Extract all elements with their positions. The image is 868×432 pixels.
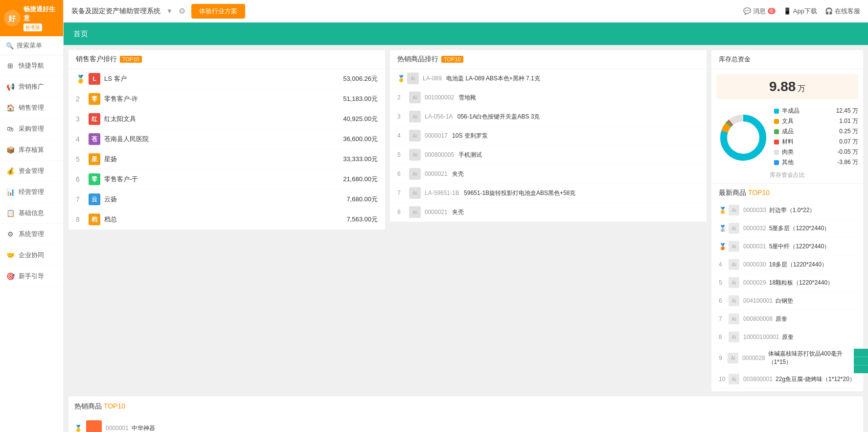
rank-number: 4 bbox=[719, 261, 729, 268]
search-menu[interactable]: 🔍 搜索菜单 bbox=[0, 36, 63, 55]
legend-item: 文具 1.01 万 bbox=[774, 117, 858, 125]
product-rank-badge: TOP10 bbox=[441, 56, 463, 63]
sidebar-item-enterprise[interactable]: 🤝 企业协同 bbox=[0, 245, 63, 266]
sidebar-item-quick-nav[interactable]: ⊞ 快捷导航 bbox=[0, 55, 63, 76]
rank-number: 10 bbox=[719, 376, 729, 383]
trial-button[interactable]: 体验行业方案 bbox=[191, 4, 245, 19]
product-code: 0000021 bbox=[425, 170, 448, 177]
rank-number: 8 bbox=[76, 216, 86, 223]
sidebar-item-marketing[interactable]: 📢 营销推广 bbox=[0, 76, 63, 97]
inventory-total-card: 9.88 万 bbox=[716, 74, 858, 99]
finance-icon: 💰 bbox=[6, 167, 15, 175]
product-code: 000800005 bbox=[425, 151, 454, 158]
product-info: LA-089 电池盖 LA-089 ABS本色+黑种 7.1克 bbox=[423, 74, 699, 83]
newest-item: 7 Ai 000800008 原奎 bbox=[719, 310, 856, 328]
app-download-button[interactable]: 📱 App下载 bbox=[783, 7, 817, 16]
online-support-label: 在线客服 bbox=[835, 7, 860, 16]
gold-medal-icon: 🥇 bbox=[76, 74, 86, 84]
product-image: Ai bbox=[409, 111, 421, 122]
hot-products-badge: TOP10 bbox=[104, 402, 125, 410]
client-rank-item: 4 苍 苍南县人民医院 36,600.00元 bbox=[69, 129, 385, 149]
gear-icon[interactable]: ⚙ bbox=[179, 6, 185, 16]
sidebar-item-finance[interactable]: 💰 资金管理 bbox=[0, 161, 63, 182]
legend-item: 材料 0.07 万 bbox=[774, 138, 858, 146]
online-support-button[interactable]: 🎧 在线客服 bbox=[825, 7, 860, 16]
client-avatar: 档 bbox=[89, 214, 100, 225]
sidebar-label-quick-nav: 快捷导航 bbox=[19, 61, 44, 70]
client-name: 档总 bbox=[104, 215, 346, 224]
client-rank-panel: 销售客户排行 TOP10 🥇 L LS 客户 53,006.26元 bbox=[69, 50, 385, 230]
newest-name: 原奎 bbox=[776, 315, 787, 323]
client-name: 星扬 bbox=[104, 155, 343, 164]
product-rank-header: 热销商品排行 TOP10 bbox=[390, 50, 707, 69]
newest-name: 体碱嘉枝味苏打饮品400毫升（1*15） bbox=[768, 350, 856, 366]
sidebar-label-marketing: 营销推广 bbox=[19, 82, 44, 91]
app-name: 畅捷通好生意 bbox=[23, 5, 59, 23]
hot-item: 🥇 0000001 中华神器 bbox=[74, 417, 857, 432]
client-name: 零售客户-许 bbox=[104, 95, 343, 103]
newest-title-suffix: TOP10 bbox=[748, 189, 770, 196]
customer-service-hotline[interactable]: 客服热线 bbox=[854, 349, 868, 357]
app-logo: 好 畅捷通好生意 标准版 bbox=[0, 0, 63, 36]
product-code: LA-056-1A bbox=[425, 113, 453, 120]
rank-number: 8 bbox=[719, 334, 729, 340]
mobile-icon: 📱 bbox=[783, 7, 791, 15]
legend-value: 0.07 万 bbox=[839, 138, 858, 146]
headset-icon: 🎧 bbox=[825, 7, 833, 15]
client-rank-item: 5 星 星扬 33,333.00元 bbox=[69, 149, 385, 169]
product-info: 001000002 雪地靴 bbox=[425, 94, 699, 102]
sidebar-item-sales[interactable]: 🏠 销售管理 bbox=[0, 97, 63, 119]
sidebar-item-guide[interactable]: 🎯 新手引导 bbox=[0, 266, 63, 287]
sidebar-item-purchase[interactable]: 🛍 采购管理 bbox=[0, 119, 63, 140]
legend-label: 肉类 bbox=[782, 148, 834, 156]
product-info: 0000021 夹壳 bbox=[425, 170, 699, 178]
sidebar-item-operation[interactable]: 📊 经营管理 bbox=[0, 182, 63, 203]
service-community[interactable]: 服务社区 bbox=[854, 357, 868, 365]
product-info: 0000017 10S 变刹罗泵 bbox=[425, 132, 699, 140]
client-amount: 36,600.00元 bbox=[343, 135, 378, 144]
dropdown-icon[interactable]: ▼ bbox=[166, 7, 173, 15]
sidebar-item-basic-info[interactable]: 📋 基础信息 bbox=[0, 203, 63, 224]
inventory-unit: 万 bbox=[798, 84, 805, 93]
sidebar-item-system[interactable]: ⚙ 系统管理 bbox=[0, 224, 63, 245]
legend-dot bbox=[774, 109, 779, 114]
product-code: 0000021 bbox=[425, 209, 448, 216]
live-stream[interactable]: 直播 bbox=[854, 365, 868, 373]
quick-nav-icon: ⊞ bbox=[6, 61, 15, 70]
newest-item: 4 Ai 0000030 18多层（1220*2440） bbox=[719, 256, 856, 274]
newest-code: 0000028 bbox=[742, 355, 765, 361]
app-badge: 标准版 bbox=[23, 24, 42, 31]
sidebar-item-inventory[interactable]: 📦 库存核算 bbox=[0, 140, 63, 161]
search-menu-label: 搜索菜单 bbox=[17, 41, 42, 50]
guide-icon: 🎯 bbox=[6, 272, 15, 281]
product-rank-item: 3 Ai LA-056-1A 056-1A白色按键开关盖ABS 3克 bbox=[390, 107, 707, 126]
client-amount: 21,680.00元 bbox=[343, 175, 378, 184]
sidebar-label-inventory: 库存核算 bbox=[19, 145, 44, 154]
sidebar-label-finance: 资金管理 bbox=[19, 167, 44, 175]
client-rank-header: 销售客户排行 TOP10 bbox=[69, 50, 385, 69]
rank-number: 6 bbox=[719, 297, 729, 304]
client-rank-item: 8 档 档总 7,563.00元 bbox=[69, 210, 385, 230]
product-rank-item: 2 Ai 001000002 雪地靴 bbox=[390, 88, 707, 107]
legend-value: -0.05 万 bbox=[837, 148, 858, 156]
client-rank-item: 2 零 零售客户-许 51,183.00元 bbox=[69, 89, 385, 109]
product-name: 夹壳 bbox=[452, 209, 464, 216]
legend-label: 文具 bbox=[782, 117, 836, 125]
product-name: 10S 变刹罗泵 bbox=[452, 132, 488, 139]
newest-name: 封边带（1.0*22） bbox=[769, 206, 816, 215]
rank-number: 2 bbox=[76, 95, 86, 103]
product-code: LA-089 bbox=[423, 75, 442, 82]
rank-number: 3 bbox=[76, 115, 86, 123]
product-info: LA-59651-1B 59651-1B旋转投影灯电池盒ABS黑色+58克 bbox=[425, 189, 699, 197]
messages-button[interactable]: 💬 消息 6 bbox=[743, 7, 776, 16]
rank-number: 3 bbox=[397, 113, 407, 120]
app-download-label: App下载 bbox=[793, 7, 817, 16]
product-info: 000800005 手机测试 bbox=[425, 151, 699, 159]
product-name: 雪地靴 bbox=[458, 94, 476, 101]
newest-name: 18多层（1220*2440） bbox=[769, 261, 827, 269]
newest-image: Ai bbox=[729, 295, 739, 306]
newest-name: 5厘多层（1220*2440） bbox=[769, 224, 830, 233]
newest-code: 0000031 bbox=[743, 243, 766, 250]
content-area: 销售客户排行 TOP10 🥇 L LS 客户 53,006.26元 bbox=[64, 45, 868, 432]
chart-label: 库存资金占比 bbox=[711, 171, 863, 183]
